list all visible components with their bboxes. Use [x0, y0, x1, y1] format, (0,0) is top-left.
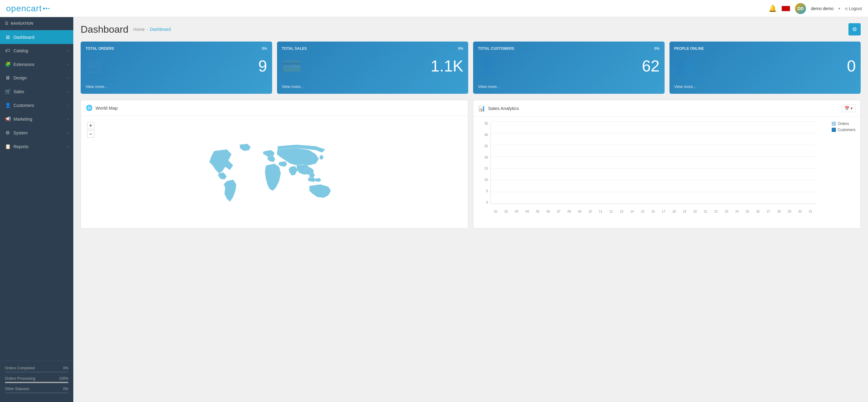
page-header: Dashboard Home › Dashboard ⚙ [81, 23, 861, 35]
map-controls: + − [87, 122, 462, 138]
group-icon: 👥 [674, 57, 696, 74]
chevron-right-icon: › [67, 117, 68, 121]
sidebar-item-label-dashboard: Dashboard [13, 35, 34, 40]
stat-cards: TOTAL ORDERS 0% 🛒 9 View more... TOTAL S… [81, 41, 861, 94]
sidebar-item-reports[interactable]: 📋 Reports › [0, 140, 73, 153]
design-icon: 🖥 [5, 75, 10, 81]
sidebar-item-system[interactable]: ⚙ System › [0, 126, 73, 140]
top-nav-right: 🔔 DD demo demo ▾ ⎋ Logout [769, 3, 862, 14]
breadcrumb-separator: › [147, 27, 148, 32]
chevron-right-icon: › [67, 49, 68, 53]
sidebar-item-customers[interactable]: 👤 Customers › [0, 98, 73, 112]
sidebar-item-label-sales: Sales [13, 89, 24, 94]
y-axis-labels: 35302520151050 [478, 122, 490, 204]
other-statuses-bar [5, 392, 68, 394]
sidebar-item-marketing[interactable]: 📢 Marketing › [0, 112, 73, 126]
map-zoom-out-button[interactable]: − [87, 130, 94, 138]
total-orders-label: TOTAL ORDERS [86, 47, 114, 51]
order-status-completed: Orders Completed 0% [5, 366, 68, 373]
map-zoom-in-button[interactable]: + [87, 122, 94, 129]
people-online-footer[interactable]: View more... [674, 84, 856, 89]
orders-processing-label: Orders Processing [5, 376, 35, 381]
orders-completed-label: Orders Completed [5, 366, 35, 370]
sidebar-nav-header: ☰ NAVIGATION [0, 17, 73, 30]
main-content: Dashboard Home › Dashboard ⚙ TOTAL ORDER… [73, 17, 868, 402]
sidebar-item-label-design: Design [13, 75, 27, 80]
chevron-right-icon: › [67, 62, 68, 67]
extensions-icon: 🧩 [5, 61, 10, 67]
orders-completed-pct: 0% [63, 366, 68, 370]
sidebar-item-label-catalog: Catalog [13, 48, 28, 53]
marketing-icon: 📢 [5, 116, 10, 122]
total-orders-pct: 0% [262, 47, 267, 51]
analytics-date-picker[interactable]: 📅 ▾ [842, 104, 856, 112]
user-dropdown-icon: ▾ [838, 6, 840, 11]
total-orders-footer[interactable]: View more... [86, 84, 267, 89]
chevron-right-icon: › [67, 103, 68, 107]
sidebar-item-label-extensions: Extensions [13, 62, 34, 67]
catalog-icon: 🏷 [5, 48, 10, 54]
stat-card-total-sales: TOTAL SALES 0% 💳 1.1K View more... [277, 41, 468, 94]
world-map-panel: 🌐 World Map + − [81, 100, 468, 228]
other-statuses-pct: 0% [63, 387, 68, 391]
person-icon: 👤 [478, 57, 499, 74]
total-customers-footer[interactable]: View more... [478, 84, 660, 89]
chevron-right-icon: › [67, 90, 68, 94]
logo: opencart [6, 4, 50, 13]
chevron-right-icon: › [67, 131, 68, 135]
settings-button[interactable]: ⚙ [848, 23, 861, 35]
total-customers-label: TOTAL CUSTOMERS [478, 47, 514, 51]
credit-card-icon: 💳 [282, 58, 302, 74]
total-sales-pct: 0% [458, 47, 463, 51]
orders-processing-pct: 100% [59, 376, 68, 381]
sidebar-item-label-customers: Customers [13, 103, 34, 108]
notifications-button[interactable]: 🔔 [769, 5, 777, 12]
breadcrumb-home: Home [133, 27, 145, 32]
stat-card-people-online: PEOPLE ONLINE 👥 0 View more... [670, 41, 861, 94]
people-online-label: PEOPLE ONLINE [674, 47, 704, 51]
sales-analytics-title: Sales Analytics [488, 106, 519, 111]
top-nav: opencart 🔔 DD demo demo ▾ ⎋ Logout [0, 0, 868, 17]
orders-processing-bar [5, 382, 68, 383]
sales-analytics-panel: 📊 Sales Analytics 📅 ▾ Orders [473, 100, 861, 228]
sidebar-item-label-system: System [13, 130, 28, 135]
bottom-section: 🌐 World Map + − [81, 100, 861, 228]
sidebar-item-catalog[interactable]: 🏷 Catalog › [0, 44, 73, 57]
people-online-value: 0 [847, 57, 856, 75]
sales-analytics-header: 📊 Sales Analytics 📅 ▾ [473, 100, 860, 117]
order-status-section: Orders Completed 0% Orders Processing 10… [0, 361, 73, 402]
world-map-header: 🌐 World Map [81, 100, 468, 116]
chart-area [491, 122, 816, 204]
chart-icon: 📊 [478, 105, 485, 112]
order-status-other: Other Statuses 0% [5, 387, 68, 394]
logout-button[interactable]: ⎋ Logout [845, 6, 862, 11]
sidebar-item-sales[interactable]: 🛒 Sales › [0, 85, 73, 98]
customers-icon: 👤 [5, 102, 10, 108]
globe-icon: 🌐 [86, 104, 93, 111]
user-name-label: demo demo [811, 6, 834, 11]
language-flag-icon [781, 6, 790, 11]
sidebar: ☰ NAVIGATION ⊞ Dashboard 🏷 Catalog › 🧩 E… [0, 17, 73, 402]
hamburger-icon: ☰ [5, 21, 8, 26]
sidebar-item-extensions[interactable]: 🧩 Extensions › [0, 57, 73, 71]
total-sales-footer[interactable]: View more... [282, 84, 464, 89]
x-axis-labels: 0102030405060708091011121314151617181920… [491, 210, 816, 213]
world-map-title: World Map [96, 105, 118, 111]
world-map-svg [87, 142, 462, 221]
chart-container: Orders Customers 35302520151050 [473, 117, 860, 218]
chevron-right-icon: › [67, 76, 68, 80]
total-customers-value: 62 [642, 57, 660, 75]
sales-icon: 🛒 [5, 89, 10, 94]
sidebar-item-dashboard[interactable]: ⊞ Dashboard [0, 30, 73, 44]
world-map-body: + − [81, 116, 468, 228]
sidebar-item-label-marketing: Marketing [13, 117, 32, 122]
bar-chart: 35302520151050 0102030405060708091011121… [478, 122, 856, 213]
breadcrumb: Home › Dashboard [133, 27, 171, 32]
sidebar-item-design[interactable]: 🖥 Design › [0, 71, 73, 85]
cart-icon: 🛒 [86, 57, 107, 74]
breadcrumb-current: Dashboard [150, 27, 171, 32]
chevron-right-icon: › [67, 145, 68, 149]
total-sales-value: 1.1K [431, 57, 463, 75]
layout: ☰ NAVIGATION ⊞ Dashboard 🏷 Catalog › 🧩 E… [0, 17, 868, 402]
stat-card-total-orders: TOTAL ORDERS 0% 🛒 9 View more... [81, 41, 272, 94]
